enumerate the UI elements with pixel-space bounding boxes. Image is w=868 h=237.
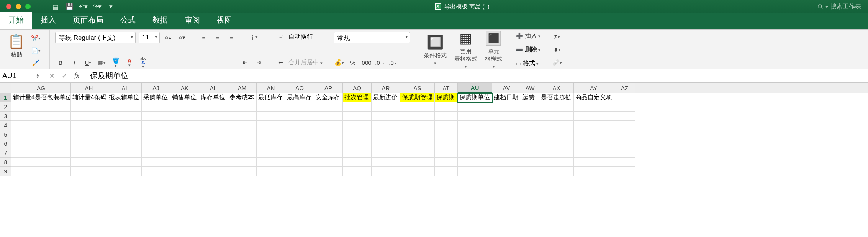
column-header-AV[interactable]: AV — [492, 83, 521, 93]
cell-AZ4[interactable] — [614, 121, 635, 130]
cell-AK4[interactable] — [170, 121, 199, 130]
cell-AV5[interactable] — [492, 130, 521, 139]
row-header-1[interactable]: 1 — [0, 93, 11, 102]
column-header-AQ[interactable]: AQ — [343, 83, 372, 93]
cell-AM3[interactable] — [228, 112, 257, 121]
align-right-button[interactable]: ≡ — [226, 58, 237, 67]
row-header-7[interactable]: 7 — [0, 148, 11, 158]
formula-input[interactable]: 保质期单位 — [86, 71, 868, 81]
cell-AU7[interactable] — [458, 148, 492, 158]
column-header-AG[interactable]: AG — [11, 83, 71, 93]
cell-AU1[interactable]: 保质期单位 — [458, 93, 492, 102]
orientation-button[interactable]: ⭭ — [248, 32, 259, 42]
cell-AQ3[interactable] — [343, 112, 372, 121]
cell-AX7[interactable] — [539, 148, 574, 158]
cell-AU8[interactable] — [458, 158, 492, 167]
cell-AI2[interactable] — [107, 102, 142, 112]
cell-AM2[interactable] — [228, 102, 257, 112]
cell-AI7[interactable] — [107, 148, 142, 158]
cell-AV8[interactable] — [492, 158, 521, 167]
cell-AG2[interactable] — [11, 102, 71, 112]
redo-icon[interactable]: ↷▾ — [93, 3, 100, 10]
cell-AU9[interactable] — [458, 167, 492, 176]
cell-AG5[interactable] — [11, 130, 71, 139]
cell-AN5[interactable] — [257, 130, 285, 139]
cell-AJ5[interactable] — [142, 130, 170, 139]
cell-AP3[interactable] — [314, 112, 343, 121]
tab-home[interactable]: 开始 — [0, 12, 32, 29]
cell-AN8[interactable] — [257, 158, 285, 167]
cell-AG8[interactable] — [11, 158, 71, 167]
font-color-button[interactable]: A — [124, 58, 135, 67]
column-header-AO[interactable]: AO — [285, 83, 314, 93]
tab-view[interactable]: 视图 — [208, 12, 241, 29]
undo-icon[interactable]: ↶▾ — [80, 3, 87, 10]
cell-AR3[interactable] — [372, 112, 400, 121]
row-header-8[interactable]: 8 — [0, 158, 11, 167]
cell-AR5[interactable] — [372, 130, 400, 139]
cell-AW2[interactable] — [521, 102, 539, 112]
cell-AQ7[interactable] — [343, 148, 372, 158]
cell-AX9[interactable] — [539, 167, 574, 176]
fill-button[interactable]: ⬇ — [552, 45, 562, 55]
cell-AU6[interactable] — [458, 139, 492, 148]
cell-AT5[interactable] — [435, 130, 458, 139]
fx-icon[interactable]: fx — [74, 72, 79, 80]
home-icon[interactable]: ▤ — [52, 3, 59, 10]
name-box-stepper[interactable]: ▲▼ — [36, 73, 39, 79]
cell-AX8[interactable] — [539, 158, 574, 167]
cell-AN6[interactable] — [257, 139, 285, 148]
decrease-font-button[interactable]: A▾ — [177, 33, 187, 43]
cell-AV4[interactable] — [492, 121, 521, 130]
close-window-button[interactable] — [6, 4, 11, 9]
cell-AH2[interactable] — [71, 102, 107, 112]
cell-AL1[interactable]: 库存单位 — [199, 93, 228, 102]
format-as-table-button[interactable]: ▦套用 表格格式 — [452, 29, 480, 71]
align-left-button[interactable]: ≡ — [198, 58, 209, 67]
align-center-button[interactable]: ≡ — [212, 58, 223, 67]
cell-AS4[interactable] — [400, 121, 435, 130]
comma-style-button[interactable]: 000 — [361, 58, 372, 67]
cell-AN1[interactable]: 最低库存 — [257, 93, 285, 102]
cell-AK3[interactable] — [170, 112, 199, 121]
cell-AG9[interactable] — [11, 167, 71, 176]
cell-AY3[interactable] — [574, 112, 614, 121]
tab-page-layout[interactable]: 页面布局 — [64, 12, 112, 29]
cell-AQ5[interactable] — [343, 130, 372, 139]
autosum-button[interactable]: Σ — [552, 32, 562, 42]
cell-AI1[interactable]: 报表辅单位 — [107, 93, 142, 102]
cell-AH8[interactable] — [71, 158, 107, 167]
cell-AR6[interactable] — [372, 139, 400, 148]
cell-AK8[interactable] — [170, 158, 199, 167]
cell-AZ5[interactable] — [614, 130, 635, 139]
cell-AW3[interactable] — [521, 112, 539, 121]
cell-AL2[interactable] — [199, 102, 228, 112]
cell-AJ3[interactable] — [142, 112, 170, 121]
cell-AN9[interactable] — [257, 167, 285, 176]
row-header-6[interactable]: 6 — [0, 139, 11, 148]
cell-AH1[interactable]: 辅计量4条码 — [71, 93, 107, 102]
cell-AW8[interactable] — [521, 158, 539, 167]
minimize-window-button[interactable] — [16, 4, 21, 9]
cell-AG6[interactable] — [11, 139, 71, 148]
column-header-AH[interactable]: AH — [71, 83, 107, 93]
column-header-AZ[interactable]: AZ — [614, 83, 635, 93]
cell-AQ2[interactable] — [343, 102, 372, 112]
cell-AW9[interactable] — [521, 167, 539, 176]
cell-AH5[interactable] — [71, 130, 107, 139]
column-header-AM[interactable]: AM — [228, 83, 257, 93]
cell-AW5[interactable] — [521, 130, 539, 139]
cell-AY4[interactable] — [574, 121, 614, 130]
zoom-window-button[interactable] — [25, 4, 31, 9]
tab-data[interactable]: 数据 — [144, 12, 176, 29]
cell-AK7[interactable] — [170, 148, 199, 158]
cell-AY8[interactable] — [574, 158, 614, 167]
increase-indent-button[interactable]: ⇥ — [254, 58, 264, 67]
cell-AL7[interactable] — [199, 148, 228, 158]
format-cells-button[interactable]: 格式 — [523, 59, 539, 67]
cell-AJ8[interactable] — [142, 158, 170, 167]
cell-AO2[interactable] — [285, 102, 314, 112]
column-header-AW[interactable]: AW — [521, 83, 539, 93]
column-header-AI[interactable]: AI — [107, 83, 142, 93]
cell-AI9[interactable] — [107, 167, 142, 176]
